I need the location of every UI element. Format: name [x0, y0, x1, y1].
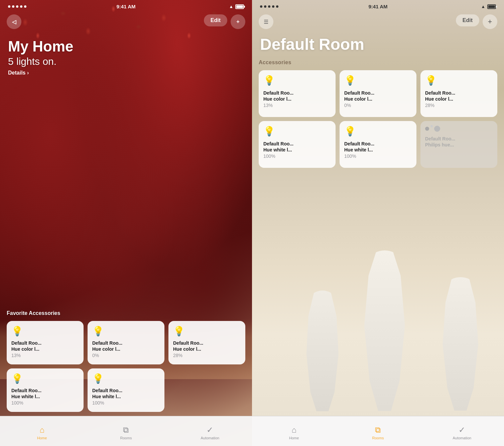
right-card3-name: Default Roo...Hue color l... — [425, 90, 493, 102]
left-tab-automation-label: Automation — [201, 436, 219, 440]
right-card5-percent: 100% — [344, 153, 412, 159]
left-rooms-icon: ⧉ — [123, 425, 129, 435]
left-panel: 9:41 AM ▲ ◁ Edit + — [0, 0, 252, 446]
right-accessory-card-3[interactable]: 💡 Default Roo...Hue color l... 28% — [420, 70, 497, 117]
right-home-icon: ⌂ — [291, 425, 296, 435]
right-tab-automation-label: Automation — [453, 436, 471, 440]
right-bulb-icon-2: 💡 — [344, 75, 412, 86]
left-tab-rooms[interactable]: ⧉ Rooms — [84, 423, 168, 440]
home-info: My Home 5 lights on. Details › — [0, 32, 252, 76]
right-bulb-icon-1: 💡 — [263, 75, 331, 86]
card3-name: Default Roo...Hue color l... — [173, 340, 241, 352]
left-accessory-card-4[interactable]: 💡 Default Roo...Hue white l... 100% — [7, 368, 84, 412]
hub-dot-1 — [425, 127, 429, 131]
right-section-title: Accessories — [259, 60, 497, 66]
bulb-icon-1: 💡 — [11, 326, 79, 337]
right-card6-name: Default Roo...Philips hue... — [425, 136, 493, 148]
card5-name: Default Roo...Hue white l... — [92, 387, 160, 400]
card1-percent: 13% — [11, 353, 79, 358]
right-signal-dot-5 — [276, 5, 278, 8]
right-signal-dot-4 — [272, 5, 274, 8]
plus-icon: + — [236, 19, 239, 25]
right-card1-name: Default Roo...Hue color l... — [263, 90, 331, 102]
right-accessories-section: Accessories 💡 Default Roo...Hue color l.… — [252, 53, 504, 168]
left-edit-button[interactable]: Edit — [204, 14, 227, 26]
card1-name: Default Roo...Hue color l... — [11, 340, 79, 352]
right-accessory-card-5[interactable]: 💡 Default Roo...Hue white l... 100% — [340, 121, 416, 168]
right-tab-automation[interactable]: ✓ Automation — [420, 423, 504, 440]
right-edit-button[interactable]: Edit — [456, 14, 479, 26]
right-nav-right: Edit + — [456, 14, 497, 29]
right-signal-dots — [260, 5, 278, 8]
left-signal-dots — [8, 5, 26, 8]
right-tab-rooms-label: Rooms — [372, 436, 384, 440]
right-card2-name: Default Roo...Hue color l... — [344, 90, 412, 102]
right-content: 9:41 AM ▲ ☰ Edit + Default — [252, 0, 504, 446]
right-card2-percent: 0% — [344, 103, 412, 108]
signal-dot-2 — [12, 5, 14, 8]
right-status-right: ▲ — [481, 4, 496, 9]
room-title: Default Room — [252, 32, 504, 53]
right-accessory-card-4[interactable]: 💡 Default Roo...Hue white l... 100% — [259, 121, 336, 168]
hub-dot-center — [434, 126, 440, 132]
right-top-nav: ☰ Edit + — [252, 12, 504, 32]
left-accessory-card-1[interactable]: 💡 Default Roo...Hue color l... 13% — [7, 321, 84, 364]
right-card4-name: Default Roo...Hue white l... — [263, 141, 331, 153]
right-card4-percent: 100% — [263, 153, 331, 159]
right-wifi-icon: ▲ — [481, 4, 485, 9]
details-link[interactable]: Details › — [8, 70, 244, 76]
right-battery-icon — [487, 4, 496, 9]
right-plus-icon: + — [488, 17, 492, 26]
left-accessories-grid: 💡 Default Roo...Hue color l... 13% 💡 Def… — [7, 321, 245, 416]
right-clock: 9:41 AM — [369, 4, 388, 9]
signal-dot-4 — [20, 5, 22, 8]
left-nav-right: Edit + — [204, 14, 245, 29]
right-tab-home[interactable]: ⌂ Home — [252, 423, 336, 440]
card4-percent: 100% — [11, 400, 79, 406]
signal-dot-5 — [24, 5, 26, 8]
right-accessory-card-1[interactable]: 💡 Default Roo...Hue color l... 13% — [259, 70, 336, 117]
right-card3-percent: 28% — [425, 103, 493, 108]
left-tab-home[interactable]: ⌂ Home — [0, 423, 84, 440]
favorite-accessories-section: Favorite Accessories 💡 Default Roo...Hue… — [0, 310, 252, 416]
right-card5-name: Default Roo...Hue white l... — [344, 141, 412, 153]
left-accessory-card-5[interactable]: 💡 Default Roo...Hue white l... 100% — [88, 368, 164, 412]
right-card1-percent: 13% — [263, 103, 331, 108]
right-status-bar: 9:41 AM ▲ — [252, 0, 504, 12]
left-status-bar: 9:41 AM ▲ — [0, 0, 252, 12]
left-accessory-card-3[interactable]: 💡 Default Roo...Hue color l... 28% — [168, 321, 245, 364]
left-clock: 9:41 AM — [117, 4, 136, 9]
location-icon: ◁ — [12, 19, 16, 25]
right-accessory-card-6[interactable]: Default Roo...Philips hue... — [420, 121, 497, 168]
right-tab-home-label: Home — [289, 436, 299, 440]
left-tab-home-label: Home — [37, 436, 47, 440]
left-tab-rooms-label: Rooms — [120, 436, 132, 440]
card4-name: Default Roo...Hue white l... — [11, 387, 79, 400]
left-tab-automation[interactable]: ✓ Automation — [168, 423, 252, 440]
left-wifi-icon: ▲ — [229, 4, 233, 9]
left-tab-bar: ⌂ Home ⧉ Rooms ✓ Automation — [0, 416, 252, 446]
left-top-nav: ◁ Edit + — [0, 12, 252, 32]
left-home-icon: ⌂ — [39, 425, 44, 435]
card2-name: Default Roo...Hue color l... — [92, 340, 160, 352]
left-battery-fill — [236, 5, 243, 8]
right-accessory-card-2[interactable]: 💡 Default Roo...Hue color l... 0% — [340, 70, 416, 117]
left-accessory-card-2[interactable]: 💡 Default Roo...Hue color l... 0% — [88, 321, 164, 364]
right-signal-dot-2 — [264, 5, 266, 8]
left-section-title: Favorite Accessories — [7, 310, 245, 316]
right-add-button[interactable]: + — [483, 14, 497, 29]
signal-dot-1 — [8, 5, 10, 8]
location-button[interactable]: ◁ — [7, 14, 21, 29]
list-view-button[interactable]: ☰ — [259, 14, 273, 29]
bulb-icon-2: 💡 — [92, 326, 160, 337]
signal-dot-3 — [16, 5, 18, 8]
right-signal-dot-1 — [260, 5, 262, 8]
card3-percent: 28% — [173, 353, 241, 358]
home-title: My Home — [8, 38, 244, 54]
bulb-icon-3: 💡 — [173, 326, 241, 337]
list-icon: ☰ — [264, 19, 268, 25]
right-tab-rooms[interactable]: ⧉ Rooms — [336, 423, 420, 440]
left-add-button[interactable]: + — [231, 14, 245, 29]
card2-percent: 0% — [92, 353, 160, 358]
hub-dot-top — [430, 125, 433, 127]
